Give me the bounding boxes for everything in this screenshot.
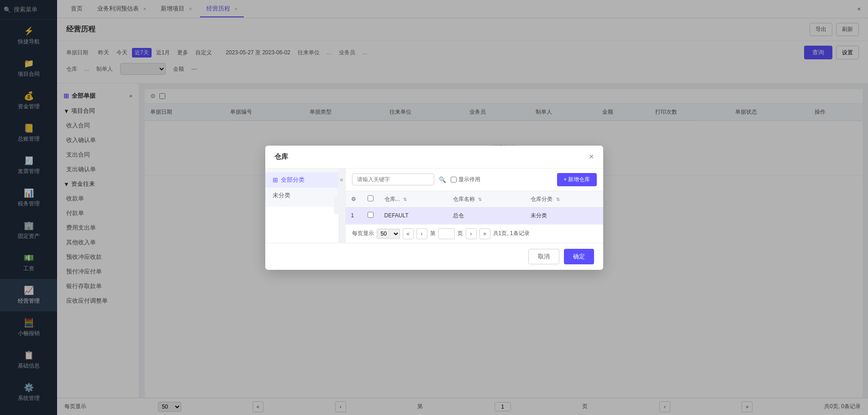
modal-sidebar-scroll[interactable] [334,196,338,215]
sort-icon-code: ⇅ [403,197,407,202]
modal-row-code: DEFAULT [379,207,447,224]
modal-table-header: ⚙ 仓库... ⇅ 仓库名称 ⇅ [346,191,603,208]
modal-sidebar-wrapper: ⊞ 全部分类 未分类 [265,168,338,243]
modal-page-input[interactable]: 1 [438,228,455,239]
modal-cancel-button[interactable]: 取消 [528,249,559,264]
modal-row-name: 总仓 [447,207,525,224]
modal-table-row[interactable]: 1 DEFAULT 总仓 未分类 [346,207,603,224]
modal-per-page-select[interactable]: 50 10 20 100 [377,229,400,239]
settings-icon-col[interactable]: ⚙ [351,196,356,202]
modal-close-button[interactable]: × [589,152,594,162]
modal-col-checkbox [362,191,379,208]
modal-pagination: 每页显示 50 10 20 100 « ‹ 第 1 页 › » 共1页, 1条记… [346,224,603,243]
collapse-icon: « [340,176,343,183]
modal-col-code: 仓库... ⇅ [379,191,447,208]
add-warehouse-button[interactable]: + 新增仓库 [557,173,596,186]
modal-table-area: ⚙ 仓库... ⇅ 仓库名称 ⇅ [346,191,603,224]
modal-row-select[interactable] [368,212,374,218]
modal-overlay: 仓库 × ⊞ 全部分类 未分类 « [0,0,868,415]
modal-sidebar: ⊞ 全部分类 未分类 [265,168,338,207]
modal-select-all[interactable] [368,195,374,201]
modal-title: 仓库 [274,152,288,161]
modal-first-btn[interactable]: « [403,228,414,239]
modal-page-label-pre: 第 [430,230,436,237]
modal-confirm-button[interactable]: 确定 [564,249,594,264]
modal-sidebar-all[interactable]: ⊞ 全部分类 [265,172,338,188]
modal-row-settings: 1 [346,207,362,224]
modal-total-text: 共1页, 1条记录 [493,230,530,237]
modal-col-settings: ⚙ [346,191,362,208]
modal-main: 🔍 显示停用 + 新增仓库 ⚙ [346,168,603,243]
modal-last-btn[interactable]: » [479,228,490,239]
modal-per-page-label: 每页显示 [352,230,374,237]
modal-row-checkbox [362,207,379,224]
modal-prev-btn[interactable]: ‹ [416,228,427,239]
modal-col-name: 仓库名称 ⇅ [447,191,525,208]
warehouse-modal: 仓库 × ⊞ 全部分类 未分类 « [265,146,603,270]
modal-footer: 取消 确定 [265,243,603,270]
grid-icon-modal: ⊞ [273,176,278,184]
modal-search-icon[interactable]: 🔍 [439,176,446,183]
modal-header: 仓库 × [265,146,603,168]
modal-page-label: 页 [458,230,463,237]
modal-sidebar-unclassified[interactable]: 未分类 [265,188,338,203]
modal-col-category: 仓库分类 ⇅ [525,191,603,208]
modal-search-input[interactable] [352,173,434,185]
modal-toolbar: 🔍 显示停用 + 新增仓库 [346,168,603,191]
modal-table: ⚙ 仓库... ⇅ 仓库名称 ⇅ [346,191,603,224]
show-disabled-checkbox[interactable] [451,177,457,183]
modal-body: ⊞ 全部分类 未分类 « 🔍 [265,168,603,243]
modal-next-btn[interactable]: › [466,228,477,239]
modal-row-category: 未分类 [525,207,603,224]
sort-icon-name: ⇅ [478,197,482,202]
modal-collapse-handle[interactable]: « [338,168,346,243]
sort-icon-category: ⇅ [556,197,560,202]
show-disabled-label[interactable]: 显示停用 [451,176,480,184]
